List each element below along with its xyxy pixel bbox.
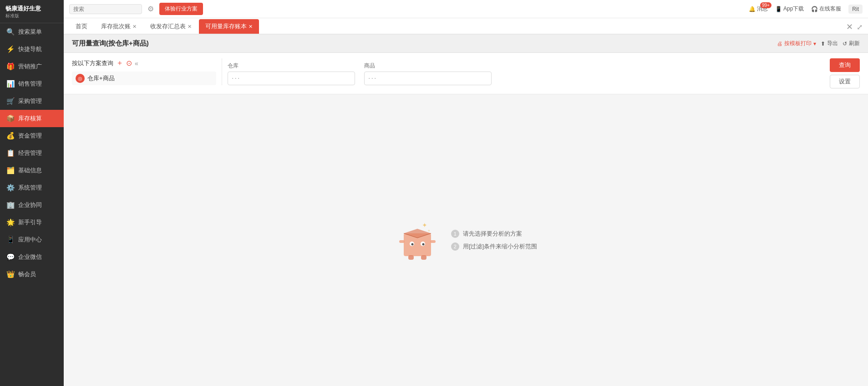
sidebar-item-base[interactable]: 🗂️基础信息 <box>0 162 64 179</box>
empty-tip-2: 2用[过滤]条件来缩小分析范围 <box>451 242 537 251</box>
svg-rect-12 <box>408 255 414 260</box>
goods-field: 商品 ··· <box>364 62 492 85</box>
svg-point-7 <box>422 243 424 246</box>
sidebar-item-appcenter[interactable]: 📱应用中心 <box>0 231 64 248</box>
user-menu[interactable]: Rit <box>848 5 863 14</box>
phone-icon: 📱 <box>775 6 782 12</box>
empty-state: ✦ ✦ 1请先选择要分析的方案2用[过滤]条件来缩小分析范围 <box>64 94 868 386</box>
sidebar-item-label-member: 畅会员 <box>18 270 36 278</box>
scheme-item-warehouse-goods[interactable]: ◎ 仓库+商品 <box>72 72 216 85</box>
tab-available[interactable]: 可用量库存账本✕ <box>199 19 259 34</box>
tab-close-available[interactable]: ✕ <box>249 24 253 30</box>
sidebar-item-newguide[interactable]: 🌟新手引导 <box>0 214 64 231</box>
goods-label: 商品 <box>364 62 492 70</box>
printer-icon: 🖨 <box>777 41 782 47</box>
settings-scheme-icon[interactable]: ⊙ <box>126 59 132 67</box>
tip-text-1: 请先选择要分析的方案 <box>463 230 522 238</box>
tab-summary[interactable]: 收发存汇总表✕ <box>144 19 198 34</box>
sidebar-item-finance[interactable]: 💰资金管理 <box>0 127 64 144</box>
sidebar-item-label-marketing: 营销推广 <box>18 62 42 71</box>
expand-icon[interactable]: ⤢ <box>857 23 863 31</box>
query-right-panel: 仓库 ··· 商品 ··· 查询 设置 <box>228 58 860 88</box>
refresh-button[interactable]: ↺ 刷新 <box>843 40 860 47</box>
sidebar-item-purchase[interactable]: 🛒采购管理 <box>0 93 64 110</box>
topbar-search-box[interactable] <box>69 4 142 14</box>
base-icon: 🗂️ <box>6 166 15 175</box>
sidebar-item-wechat[interactable]: 💬企业微信 <box>0 248 64 266</box>
tab-close-summary[interactable]: ✕ <box>188 24 192 30</box>
sidebar: 畅康通好生意 标准版 🔍搜索菜单⚡快捷导航🎁营销推广📊销售管理🛒采购管理📦库存核… <box>0 0 64 386</box>
query-actions: 查询 设置 <box>830 58 860 88</box>
sidebar-item-member[interactable]: 👑畅会员 <box>0 266 64 283</box>
empty-state-illustration: ✦ ✦ <box>395 217 440 263</box>
sidebar-item-label-wechat: 企业微信 <box>18 253 42 261</box>
sidebar-item-search[interactable]: 🔍搜索菜单 <box>0 23 64 41</box>
page-title: 可用量查询(按仓库+商品) <box>72 39 149 48</box>
main-area: ⚙ 体验行业方案 🔔 消息 99+ 📱 App下载 🎧 在线客服 Rit 首页库… <box>64 0 868 386</box>
sidebar-item-enterprise[interactable]: 🏢企业协同 <box>0 196 64 214</box>
search-input[interactable] <box>73 6 138 12</box>
gear-icon[interactable]: ⚙ <box>146 3 156 15</box>
system-icon: ⚙️ <box>6 184 15 192</box>
inventory-icon: 📦 <box>6 114 15 123</box>
sidebar-item-inventory[interactable]: 📦库存核算 <box>0 110 64 127</box>
sidebar-item-sales[interactable]: 📊销售管理 <box>0 75 64 93</box>
empty-tip-1: 1请先选择要分析的方案 <box>451 230 537 238</box>
sidebar-item-label-base: 基础信息 <box>18 166 42 175</box>
export-button[interactable]: ⬆ 导出 <box>821 40 838 47</box>
warehouse-dots: ··· <box>232 74 240 82</box>
close-tab-icon[interactable]: ✕ <box>846 22 853 32</box>
export-icon: ⬆ <box>821 41 825 47</box>
tab-batch[interactable]: 库存批次账✕ <box>95 19 143 34</box>
sidebar-item-label-shortcut: 快捷导航 <box>18 45 42 53</box>
query-button[interactable]: 查询 <box>830 58 860 72</box>
empty-state-content: ✦ ✦ 1请先选择要分析的方案2用[过滤]条件来缩小分析范围 <box>395 217 537 263</box>
query-left-panel: 按以下方案查询 ＋ ⊙ « ◎ 仓库+商品 <box>72 58 222 85</box>
page-header-actions: 🖨 按模板打印 ▾ ⬆ 导出 ↺ 刷新 <box>777 40 860 47</box>
industry-solution-button[interactable]: 体验行业方案 <box>159 3 203 15</box>
query-section: 按以下方案查询 ＋ ⊙ « ◎ 仓库+商品 仓库 ··· <box>64 53 868 94</box>
tip-num-2: 2 <box>451 242 459 251</box>
add-scheme-icon[interactable]: ＋ <box>116 58 123 68</box>
warehouse-label: 仓库 <box>228 62 355 70</box>
sidebar-item-label-enterprise: 企业协同 <box>18 201 42 209</box>
svg-text:✦: ✦ <box>427 229 431 233</box>
template-print-button[interactable]: 🖨 按模板打印 ▾ <box>777 40 816 47</box>
sidebar-item-marketing[interactable]: 🎁营销推广 <box>0 58 64 75</box>
settings-button[interactable]: 设置 <box>830 75 860 88</box>
refresh-icon: ↺ <box>843 41 847 47</box>
collapse-icon[interactable]: « <box>135 60 138 67</box>
goods-input[interactable]: ··· <box>364 72 492 85</box>
tab-close-batch[interactable]: ✕ <box>132 24 137 30</box>
newguide-icon: 🌟 <box>6 218 15 226</box>
search-icon: 🔍 <box>6 28 15 36</box>
bell-icon: 🔔 <box>749 6 756 12</box>
warehouse-input[interactable]: ··· <box>228 72 355 85</box>
tab-label-summary: 收发存汇总表 <box>150 22 186 31</box>
sidebar-item-label-appcenter: 应用中心 <box>18 236 42 244</box>
sidebar-logo: 畅康通好生意 标准版 <box>0 0 64 23</box>
goods-dots: ··· <box>368 74 377 82</box>
sidebar-item-operation[interactable]: 📋经营管理 <box>0 144 64 162</box>
sidebar-item-shortcut[interactable]: ⚡快捷导航 <box>0 41 64 58</box>
tab-home[interactable]: 首页 <box>69 19 94 34</box>
scheme-item-label: 仓库+商品 <box>87 74 115 82</box>
tab-label-home: 首页 <box>76 22 87 31</box>
sidebar-item-label-sales: 销售管理 <box>18 80 42 88</box>
scheme-icon: ◎ <box>76 74 85 83</box>
tabs-bar: 首页库存批次账✕收发存汇总表✕可用量库存账本✕ ✕ ⤢ <box>64 18 868 35</box>
sales-icon: 📊 <box>6 80 15 88</box>
topbar: ⚙ 体验行业方案 🔔 消息 99+ 📱 App下载 🎧 在线客服 Rit <box>64 0 868 18</box>
app-subtitle: 标准版 <box>5 13 58 19</box>
content-area: 可用量查询(按仓库+商品) 🖨 按模板打印 ▾ ⬆ 导出 ↺ 刷新 <box>64 35 868 386</box>
sidebar-item-system[interactable]: ⚙️系统管理 <box>0 179 64 196</box>
message-button[interactable]: 🔔 消息 99+ <box>749 5 768 13</box>
finance-icon: 💰 <box>6 132 15 140</box>
sidebar-item-label-system: 系统管理 <box>18 184 42 192</box>
sidebar-item-label-search: 搜索菜单 <box>18 28 42 36</box>
online-service-button[interactable]: 🎧 在线客服 <box>811 5 841 13</box>
warehouse-field: 仓库 ··· <box>228 62 355 85</box>
svg-rect-10 <box>399 240 405 243</box>
msg-badge: 99+ <box>760 2 772 8</box>
app-download-button[interactable]: 📱 App下载 <box>775 5 804 13</box>
